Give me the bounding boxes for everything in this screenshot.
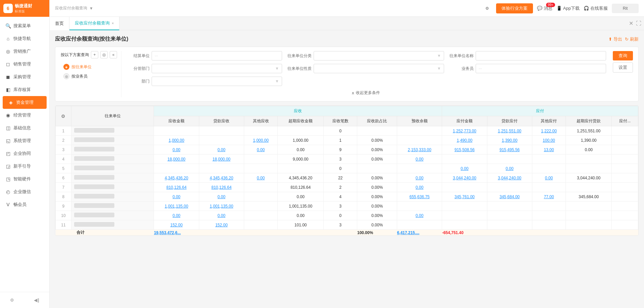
row-ar-amount[interactable]: 18,000.00: [154, 155, 199, 164]
partner-name-input[interactable]: [476, 51, 606, 60]
row-ar-other[interactable]: [244, 211, 277, 220]
sidebar-item-system[interactable]: ◱ 系统管理: [0, 134, 49, 147]
row-ar-prepay[interactable]: 0.00: [397, 183, 442, 192]
row-ap-amount[interactable]: [442, 202, 487, 211]
sidebar-settings-btn[interactable]: ⚙: [7, 296, 17, 304]
row-ar-prepay[interactable]: [397, 202, 442, 211]
row-ap-loan[interactable]: 3,044,240.00: [487, 173, 532, 183]
row-ap-other[interactable]: [532, 155, 566, 164]
sidebar-item-guide[interactable]: ◲ 新手引导: [0, 160, 49, 173]
sidebar-item-sales[interactable]: ◻ 销售管理: [0, 58, 49, 71]
row-ar-other[interactable]: [244, 183, 277, 192]
method-by-staff[interactable]: ◎ 按业务员: [61, 72, 117, 81]
row-ap-amount[interactable]: 1,252,773.00: [442, 126, 487, 136]
user-avatar[interactable]: Rit: [612, 4, 639, 13]
sidebar-item-member[interactable]: V 畅会员: [0, 198, 49, 211]
row-ap-other[interactable]: 13.00: [532, 145, 566, 155]
row-ar-loan[interactable]: [199, 164, 244, 173]
collapse-more-button[interactable]: ∧ 收起更多条件: [349, 89, 383, 97]
row-ap-amount[interactable]: 915,508.56: [442, 145, 487, 155]
row-ar-amount[interactable]: 0.00: [154, 192, 199, 202]
row-ar-other[interactable]: [244, 126, 277, 136]
row-ar-loan[interactable]: 0.00: [199, 192, 244, 202]
col-settings-header[interactable]: ⚙: [56, 106, 71, 126]
row-ap-loan[interactable]: 1,390.00: [487, 136, 532, 145]
row-ap-loan[interactable]: [487, 220, 532, 230]
row-ar-other[interactable]: 1,000.00: [244, 136, 277, 145]
row-ap-loan[interactable]: 0.00: [487, 164, 532, 173]
partner-category-select[interactable]: ▼: [314, 51, 444, 60]
row-ap-other[interactable]: [532, 211, 566, 220]
row-ar-other[interactable]: 0.00: [244, 145, 277, 155]
salesperson-input[interactable]: ···: [476, 64, 606, 73]
online-service-button[interactable]: 🎧 在线客服: [584, 5, 608, 11]
row-ar-prepay[interactable]: [397, 164, 442, 173]
sidebar-item-inventory[interactable]: ◧ 库存核算: [0, 83, 49, 96]
row-ar-other[interactable]: 0.00: [244, 173, 277, 183]
window-expand-button[interactable]: ⛶: [636, 20, 641, 27]
row-ar-loan[interactable]: 1,001,135.00: [199, 202, 244, 211]
sidebar-item-collab[interactable]: ◰ 企业协同: [0, 147, 49, 160]
row-ar-prepay[interactable]: 2,153,333.00: [397, 145, 442, 155]
row-ap-loan[interactable]: 1,251,551.00: [487, 126, 532, 136]
row-ap-loan[interactable]: [487, 211, 532, 220]
row-ar-loan[interactable]: 4,345,436.20: [199, 173, 244, 183]
app-download-button[interactable]: 📱 App下载: [556, 5, 580, 11]
tab-home[interactable]: 首页: [50, 17, 69, 30]
row-ap-other[interactable]: [532, 164, 566, 173]
row-ap-amount[interactable]: [442, 183, 487, 192]
partner-nature-select[interactable]: ▼: [314, 64, 444, 73]
refresh-button[interactable]: ↻ 刷新: [625, 36, 639, 42]
filter-target-button[interactable]: ◎: [100, 51, 108, 58]
row-ap-loan[interactable]: [487, 155, 532, 164]
sidebar-item-quick-nav[interactable]: ⌂ 快捷导航: [0, 32, 49, 45]
row-ap-other[interactable]: 1,222.00: [532, 126, 566, 136]
row-ar-amount[interactable]: [154, 164, 199, 173]
row-ar-loan[interactable]: 0.00: [199, 145, 244, 155]
row-ar-prepay[interactable]: [397, 220, 442, 230]
row-ap-loan[interactable]: 345,684.00: [487, 192, 532, 202]
row-ar-loan[interactable]: 810,126.64: [199, 183, 244, 192]
window-close-button[interactable]: ✕: [629, 20, 633, 27]
row-ar-amount[interactable]: 810,126.64: [154, 183, 199, 192]
row-ar-prepay[interactable]: 0.00: [397, 155, 442, 164]
row-ar-loan[interactable]: 0.00: [199, 211, 244, 220]
row-ar-loan[interactable]: 18,000.00: [199, 155, 244, 164]
row-ap-amount[interactable]: 3,044,240.00: [442, 173, 487, 183]
row-ar-amount[interactable]: 1,000.00: [154, 136, 199, 145]
row-ar-amount[interactable]: 152.00: [154, 220, 199, 230]
query-button[interactable]: 查询: [613, 51, 633, 60]
row-ar-other[interactable]: [244, 202, 277, 211]
tab-ar-ap-query[interactable]: 应收应付余额查询 ×: [69, 17, 119, 30]
row-ap-other[interactable]: [532, 183, 566, 192]
row-ar-prepay[interactable]: [397, 136, 442, 145]
sidebar-item-search-menu[interactable]: 🔍 搜索菜单: [0, 19, 49, 32]
header-gear-button[interactable]: ⚙: [483, 4, 492, 13]
row-ar-prepay[interactable]: 0.00: [397, 173, 442, 183]
row-ar-amount[interactable]: 1,001,135.00: [154, 202, 199, 211]
row-ap-amount[interactable]: [442, 211, 487, 220]
breadcrumb-chevron-icon[interactable]: ▼: [89, 6, 93, 11]
dept-manager-select[interactable]: ▼: [152, 64, 282, 73]
row-ar-prepay[interactable]: 0.00: [397, 211, 442, 220]
row-ar-other[interactable]: [244, 155, 277, 164]
row-ap-other[interactable]: 100.00: [532, 136, 566, 145]
department-select[interactable]: ▼: [152, 77, 282, 86]
sidebar-item-hardware[interactable]: ◳ 智能硬件: [0, 173, 49, 185]
row-ar-loan[interactable]: 152.00: [199, 220, 244, 230]
row-ar-amount[interactable]: 4,345,436.20: [154, 173, 199, 183]
sidebar-item-marketing[interactable]: ◎ 营销推广: [0, 45, 49, 58]
sidebar-item-wechat[interactable]: ◴ 企业微信: [0, 185, 49, 198]
row-ar-amount[interactable]: 0.00: [154, 211, 199, 220]
row-ar-other[interactable]: [244, 220, 277, 230]
solution-button[interactable]: 体验行业方案: [496, 3, 533, 13]
row-ar-loan[interactable]: [199, 136, 244, 145]
row-ap-amount[interactable]: 0.00: [442, 164, 487, 173]
row-ap-other[interactable]: 0.00: [532, 173, 566, 183]
row-ap-loan[interactable]: [487, 183, 532, 192]
filter-settings-button[interactable]: 设置: [613, 62, 633, 73]
message-button[interactable]: 💬 消息 99+: [537, 5, 552, 11]
table-settings-icon[interactable]: ⚙: [61, 114, 65, 119]
sidebar-item-finance[interactable]: ◈ 资金管理: [3, 96, 47, 109]
row-ar-prepay[interactable]: 655,636.75: [397, 192, 442, 202]
